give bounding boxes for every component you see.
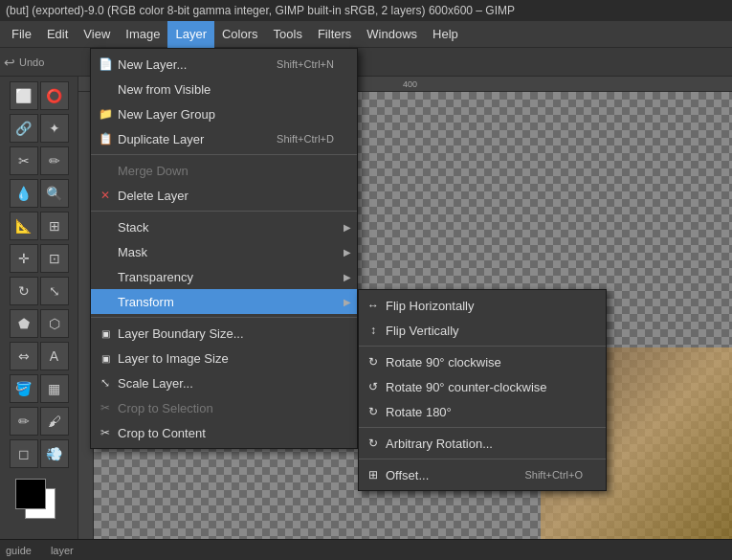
new-layer-label: New Layer... bbox=[118, 57, 257, 72]
tool-row-12: ◻ 💨 bbox=[9, 438, 70, 469]
tool-bucket-fill[interactable]: 🪣 bbox=[10, 374, 38, 403]
tool-scissors[interactable]: ✂ bbox=[10, 146, 38, 175]
menu-item-new-from-visible[interactable]: New from Visible bbox=[91, 77, 357, 101]
tool-zoom[interactable]: 🔍 bbox=[40, 179, 69, 208]
menu-item-transparency[interactable]: Transparency ▶ bbox=[91, 264, 357, 289]
tool-flip[interactable]: ⇔ bbox=[10, 342, 38, 370]
guide-label: guide bbox=[6, 545, 32, 556]
tool-rect-select[interactable]: ⬜ bbox=[10, 81, 38, 110]
menu-item-layer-boundary-size[interactable]: ▣ Layer Boundary Size... bbox=[91, 321, 357, 346]
menu-item-new-layer[interactable]: 📄 New Layer... Shift+Ctrl+N bbox=[91, 52, 357, 77]
menu-bar-item-view[interactable]: View bbox=[76, 21, 118, 48]
transform-label: Transform bbox=[118, 295, 334, 309]
flip-v-label: Flip Vertically bbox=[386, 324, 583, 338]
tool-fuzzy-select[interactable]: ✦ bbox=[40, 114, 69, 143]
tool-shear[interactable]: ⬟ bbox=[10, 309, 38, 338]
menu-item-stack[interactable]: Stack ▶ bbox=[91, 214, 357, 239]
merge-down-icon bbox=[97, 162, 114, 179]
transparency-label: Transparency bbox=[118, 270, 334, 284]
tool-row-11: ✏ 🖌 bbox=[9, 406, 70, 437]
tool-row-1: ⬜ ⭕ bbox=[9, 80, 70, 111]
tool-blend[interactable]: ▦ bbox=[40, 374, 69, 403]
tool-paths[interactable]: ✏ bbox=[40, 146, 69, 175]
menu-item-new-layer-group[interactable]: 📁 New Layer Group bbox=[91, 101, 357, 126]
rotate-180-label: Rotate 180° bbox=[386, 405, 583, 419]
menu-bar-item-help[interactable]: Help bbox=[425, 21, 466, 48]
arbitrary-rotation-label: Arbitrary Rotation... bbox=[386, 437, 583, 451]
tool-row-10: 🪣 ▦ bbox=[9, 373, 70, 404]
menu-item-layer-to-image-size[interactable]: ▣ Layer to Image Size bbox=[91, 346, 357, 370]
menu-item-duplicate-layer[interactable]: 📋 Duplicate Layer Shift+Ctrl+D bbox=[91, 126, 357, 151]
menu-bar-item-tools[interactable]: Tools bbox=[266, 21, 310, 48]
merge-down-label: Merge Down bbox=[118, 164, 334, 178]
tool-row-5: 📐 ⊞ bbox=[9, 211, 70, 241]
new-layer-group-icon: 📁 bbox=[97, 105, 114, 123]
tool-paintbrush[interactable]: 🖌 bbox=[40, 407, 69, 436]
menu-item-mask[interactable]: Mask ▶ bbox=[91, 239, 357, 264]
tool-pencil[interactable]: ✏ bbox=[10, 407, 38, 436]
tool-text[interactable]: A bbox=[40, 342, 69, 370]
menu-item-crop-to-content[interactable]: ✂ Crop to Content bbox=[91, 420, 357, 445]
tool-rotate[interactable]: ↻ bbox=[10, 277, 38, 305]
menu-item-arbitrary-rotation[interactable]: ↻ Arbitrary Rotation... bbox=[359, 431, 606, 456]
menu-item-rotate-180[interactable]: ↻ Rotate 180° bbox=[359, 399, 606, 424]
duplicate-layer-label: Duplicate Layer bbox=[118, 132, 257, 146]
menu-item-rotate-90-ccw[interactable]: ↺ Rotate 90° counter-clockwise bbox=[359, 374, 606, 399]
menu-item-merge-down: Merge Down bbox=[91, 158, 357, 183]
transform-sep-3 bbox=[359, 459, 606, 459]
layer-boundary-icon: ▣ bbox=[97, 325, 114, 342]
menu-item-scale-layer[interactable]: ⤡ Scale Layer... bbox=[91, 370, 357, 395]
tool-measure[interactable]: 📐 bbox=[10, 212, 38, 240]
tool-row-7: ↻ ⤡ bbox=[9, 276, 70, 306]
menu-item-offset[interactable]: ⊞ Offset... Shift+Ctrl+O bbox=[359, 462, 606, 487]
transform-icon bbox=[97, 293, 114, 310]
tool-row-9: ⇔ A bbox=[9, 341, 70, 371]
menu-bar-item-windows[interactable]: Windows bbox=[359, 21, 425, 48]
tool-perspective[interactable]: ⬡ bbox=[40, 309, 69, 338]
transform-sep-1 bbox=[359, 346, 606, 347]
tool-align[interactable]: ⊞ bbox=[40, 212, 69, 240]
mask-icon bbox=[97, 243, 114, 260]
title-bar: (but] (exported)-9.0 (RGB color 8-bit ga… bbox=[0, 0, 732, 21]
flip-h-icon: ↔ bbox=[365, 297, 382, 314]
layer-to-image-icon: ▣ bbox=[97, 349, 114, 367]
separator-2 bbox=[91, 211, 357, 212]
tool-ellipse-select[interactable]: ⭕ bbox=[40, 81, 69, 110]
duplicate-layer-shortcut: Shift+Ctrl+D bbox=[277, 133, 334, 145]
menu-bar-item-image[interactable]: Image bbox=[118, 21, 167, 48]
delete-layer-icon: ✕ bbox=[97, 187, 114, 204]
transform-arrow: ▶ bbox=[344, 297, 351, 307]
menu-bar-item-edit[interactable]: Edit bbox=[39, 21, 76, 48]
menu-bar-item-file[interactable]: File bbox=[4, 21, 39, 48]
crop-to-selection-label: Crop to Selection bbox=[118, 401, 334, 415]
menu-bar-item-colors[interactable]: Colors bbox=[214, 21, 266, 48]
tool-airbrush[interactable]: 💨 bbox=[40, 439, 69, 468]
offset-shortcut: Shift+Ctrl+O bbox=[524, 469, 583, 481]
toolbox: ⬜ ⭕ 🔗 ✦ ✂ ✏ 💧 🔍 📐 ⊞ ✛ ⊡ ↻ ⤡ ⬟ ⬡ bbox=[0, 77, 78, 539]
layer-label: layer bbox=[51, 545, 74, 556]
tool-crop[interactable]: ⊡ bbox=[40, 244, 69, 273]
layer-menu: 📄 New Layer... Shift+Ctrl+N New from Vis… bbox=[90, 48, 358, 449]
menu-item-flip-v[interactable]: ↕ Flip Vertically bbox=[359, 318, 606, 343]
stack-icon bbox=[97, 218, 114, 235]
tool-free-select[interactable]: 🔗 bbox=[10, 114, 38, 143]
flip-h-label: Flip Horizontally bbox=[386, 299, 583, 313]
menu-bar-item-layer[interactable]: Layer bbox=[167, 21, 214, 48]
tool-row-8: ⬟ ⬡ bbox=[9, 308, 70, 339]
mask-arrow: ▶ bbox=[344, 247, 351, 258]
menu-item-rotate-90-cw[interactable]: ↻ Rotate 90° clockwise bbox=[359, 349, 606, 374]
stack-arrow: ▶ bbox=[344, 222, 351, 233]
tool-scale[interactable]: ⤡ bbox=[40, 277, 69, 305]
menu-item-transform[interactable]: Transform ▶ bbox=[91, 289, 357, 314]
offset-icon: ⊞ bbox=[365, 466, 382, 483]
menu-bar-item-filters[interactable]: Filters bbox=[310, 21, 359, 48]
color-swatches[interactable] bbox=[15, 479, 63, 526]
tool-row-3: ✂ ✏ bbox=[9, 146, 70, 176]
menu-item-delete-layer[interactable]: ✕ Delete Layer bbox=[91, 183, 357, 208]
foreground-color-swatch[interactable] bbox=[15, 479, 46, 509]
tool-move[interactable]: ✛ bbox=[10, 244, 38, 273]
transparency-icon bbox=[97, 268, 114, 285]
menu-item-flip-h[interactable]: ↔ Flip Horizontally bbox=[359, 293, 606, 318]
tool-eraser[interactable]: ◻ bbox=[10, 439, 38, 468]
tool-color-picker[interactable]: 💧 bbox=[10, 179, 38, 208]
